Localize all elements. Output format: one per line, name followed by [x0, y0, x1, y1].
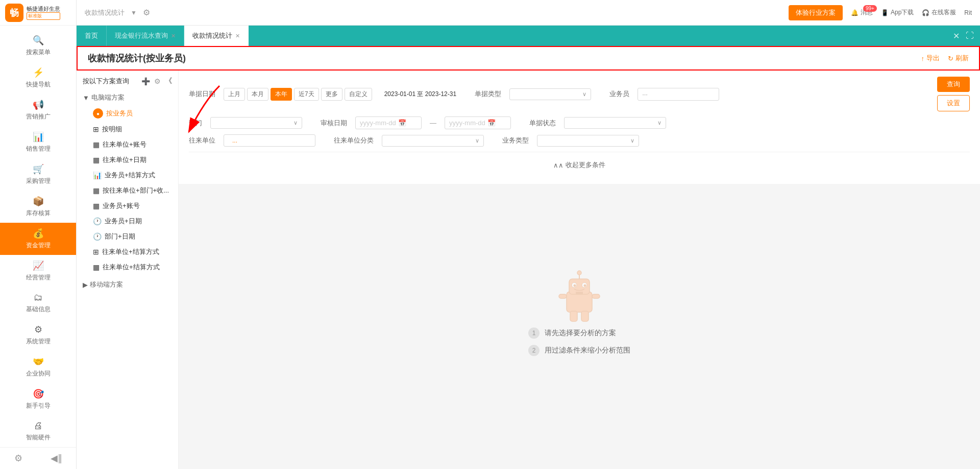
collapse-panel-icon[interactable]: 《	[165, 77, 172, 86]
staff-date-icon: 🕐	[93, 217, 102, 225]
tab-receipt-stats-close[interactable]: ✕	[235, 33, 240, 39]
app-download-action[interactable]: 📱 App下载	[881, 8, 914, 17]
step-2-text: 用过滤条件来缩小分析范围	[545, 346, 630, 355]
sidebar-item-hardware[interactable]: 🖨 智能硬件	[0, 415, 76, 447]
sidebar-item-purchase[interactable]: 🛒 采购管理	[0, 158, 76, 191]
tree-item-by-detail[interactable]: ⊞ 按明细	[77, 122, 178, 137]
unit-category-label: 往来单位分类	[334, 136, 374, 145]
tree-item-staff-account[interactable]: ▦ 业务员+账号	[77, 198, 178, 214]
collapse-row: ∧∧ 收起更多条件	[189, 152, 970, 178]
refresh-button[interactable]: ↻ 刷新	[948, 54, 969, 63]
tree-item-by-staff[interactable]: ● 按业务员	[77, 105, 178, 122]
collapse-up-icon: ∧∧	[553, 161, 564, 169]
unit-input[interactable]: ...	[224, 134, 315, 147]
tab-bank-flow[interactable]: 现金银行流水查询 ✕	[107, 26, 184, 46]
notification-icon: 🔔	[851, 9, 859, 16]
add-scheme-icon[interactable]: ➕	[141, 77, 150, 85]
tree-item-unit-account[interactable]: ▦ 往来单位+账号	[77, 137, 178, 152]
sales-icon: 📊	[33, 131, 44, 143]
tree-item-staff-settle[interactable]: 📊 业务员+结算方式	[77, 168, 178, 183]
logo-name: 畅捷通好生意	[27, 5, 60, 12]
sidebar-label-inventory: 库存核算	[26, 209, 51, 218]
sidebar-item-basic[interactable]: 🗂 基础信息	[0, 287, 76, 319]
sidebar-label-marketing: 营销推广	[26, 112, 51, 121]
date-btn-last-month[interactable]: 上月	[224, 88, 245, 101]
date-btn-7days[interactable]: 近7天	[294, 88, 319, 101]
header-gear-icon[interactable]: ⚙	[143, 8, 150, 17]
step-1-text: 请先选择要分析的方案	[545, 329, 616, 338]
audit-from-input[interactable]: yyyy-mm-dd 📅	[355, 116, 422, 129]
page-title: 收款情况统计(按业务员)	[88, 52, 186, 64]
sidebar-item-system[interactable]: ⚙ 系统管理	[0, 319, 76, 351]
empty-steps: 1 请先选择要分析的方案 2 用过滤条件来缩小分析范围	[528, 327, 630, 356]
header-left: 收款情况统计 ▼ ⚙	[85, 8, 150, 17]
dept-select[interactable]: ∨	[210, 117, 302, 129]
tree-group-pc[interactable]: ▼ 电脑端方案	[77, 90, 178, 105]
tree-item-dept-date[interactable]: 🕐 部门+日期	[77, 229, 178, 244]
inventory-icon: 📦	[33, 196, 44, 207]
doc-type-label: 单据类型	[475, 89, 501, 99]
biz-type-select[interactable]: ∨	[537, 135, 639, 147]
trial-button[interactable]: 体验行业方案	[789, 5, 843, 20]
sidebar-item-guide[interactable]: 🎯 新手引导	[0, 383, 76, 415]
audit-to-input[interactable]: yyyy-mm-dd 📅	[445, 116, 511, 129]
date-btn-custom[interactable]: 自定义	[345, 88, 372, 101]
doc-status-label: 单据状态	[529, 119, 556, 128]
sidebar-settings-icon[interactable]: ⚙	[14, 453, 22, 464]
tree-item-unit-dept-recv[interactable]: ▦ 按往来单位+部门+收...	[77, 183, 178, 198]
sidebar-item-inventory[interactable]: 📦 库存核算	[0, 191, 76, 223]
notification-action[interactable]: 🔔 消息 99+	[851, 8, 873, 17]
tree-group-mobile[interactable]: ▶ 移动端方案	[77, 277, 178, 292]
export-button[interactable]: ↑ 导出	[921, 54, 940, 63]
finance-icon: 💰	[33, 228, 44, 239]
basic-icon: 🗂	[34, 292, 43, 303]
refresh-label: 刷新	[955, 54, 969, 63]
app-download-label: App下载	[891, 8, 914, 17]
tree-item-unit-settle1-label: 往来单位+结算方式	[102, 247, 159, 256]
header-arrow-icon[interactable]: ▼	[131, 9, 137, 16]
sidebar-item-marketing[interactable]: 📢 营销推广	[0, 94, 76, 126]
online-service-action[interactable]: 🎧 在线客服	[922, 8, 956, 17]
sidebar-item-sales[interactable]: 📊 销售管理	[0, 126, 76, 158]
username-display[interactable]: Rit	[964, 9, 972, 16]
sidebar-item-finance[interactable]: 💰 资金管理	[0, 223, 76, 255]
svg-point-5	[584, 285, 586, 287]
tab-home[interactable]: 首页	[77, 26, 107, 46]
unit-category-select[interactable]: ∨	[382, 135, 484, 147]
panel-header: 按以下方案查询 ➕ ⚙ 《	[77, 77, 178, 90]
tab-receipt-stats[interactable]: 收款情况统计 ✕	[184, 26, 249, 46]
settings-button[interactable]: 设置	[937, 95, 970, 111]
quick-nav-icon: ⚡	[33, 67, 44, 78]
sidebar-label-finance: 资金管理	[26, 241, 51, 250]
tree-item-staff-date[interactable]: 🕐 业务员+日期	[77, 214, 178, 229]
tree-item-unit-dept-recv-label: 按往来单位+部门+收...	[103, 186, 169, 195]
unit-more-icon[interactable]: ...	[232, 137, 237, 144]
staff-select[interactable]: ···	[638, 88, 719, 101]
sidebar-item-quick-nav[interactable]: ⚡ 快捷导航	[0, 62, 76, 94]
doc-type-select[interactable]: ∨	[509, 88, 591, 100]
doc-status-select[interactable]: ∨	[564, 117, 666, 129]
sidebar-label-search: 搜索菜单	[26, 48, 51, 57]
header-right: 体验行业方案 🔔 消息 99+ 📱 App下载 🎧 在线客服 Rit	[789, 5, 972, 20]
sidebar-item-operation[interactable]: 📈 经营管理	[0, 255, 76, 287]
tree-item-unit-date[interactable]: ▦ 往来单位+日期	[77, 152, 178, 168]
sidebar-item-search-menu[interactable]: 🔍 搜索菜单	[0, 30, 76, 62]
tab-close-icon[interactable]: ✕	[953, 31, 960, 41]
date-btn-more[interactable]: 更多	[321, 88, 342, 101]
sidebar-collapse-icon[interactable]: ◀‖	[51, 453, 62, 464]
export-icon: ↑	[921, 55, 925, 62]
date-btn-this-year[interactable]: 本年	[271, 88, 292, 101]
tree-item-unit-settle2[interactable]: ▦ 往来单位+结算方式	[77, 260, 178, 275]
collapse-button[interactable]: ∧∧ 收起更多条件	[553, 160, 605, 170]
tab-bank-flow-close[interactable]: ✕	[171, 33, 176, 39]
hardware-icon: 🖨	[34, 420, 43, 431]
query-button[interactable]: 查询	[937, 77, 970, 92]
settings-scheme-icon[interactable]: ⚙	[154, 77, 161, 85]
tree-item-unit-settle1[interactable]: ⊞ 往来单位+结算方式	[77, 244, 178, 260]
tab-maximize-icon[interactable]: ⛶	[966, 31, 974, 40]
audit-from-value: yyyy-mm-dd	[360, 119, 396, 127]
tree-item-dept-date-label: 部门+日期	[105, 232, 135, 241]
date-btn-this-month[interactable]: 本月	[247, 88, 268, 101]
sidebar-item-cooperation[interactable]: 🤝 企业协同	[0, 351, 76, 383]
sidebar-label-purchase: 采购管理	[26, 177, 51, 185]
